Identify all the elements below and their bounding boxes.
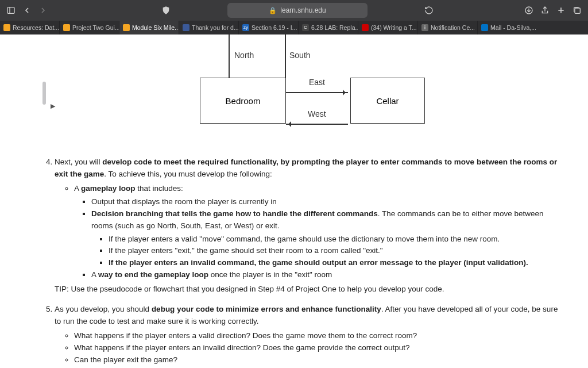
reload-icon[interactable] (423, 4, 435, 17)
bookmark-item[interactable]: iNotification Ce... (418, 21, 478, 34)
svg-rect-0 (7, 7, 14, 14)
shield-icon[interactable] (160, 4, 172, 17)
arrow-east (286, 92, 348, 93)
bookmark-item[interactable]: zySection 6.19 - I... (239, 21, 299, 34)
step-5: As you develop, you should debug your co… (55, 304, 559, 366)
download-icon[interactable] (523, 4, 535, 17)
address-bar[interactable]: 🔒 learn.snhu.edu (227, 3, 368, 18)
url-text: learn.snhu.edu (280, 6, 326, 14)
forward-icon[interactable] (37, 4, 49, 17)
browser-toolbar: 🔒 learn.snhu.edu (0, 0, 588, 21)
room-cellar: Cellar (350, 78, 425, 124)
dir-label-east: East (309, 78, 325, 87)
dir-label-north: North (234, 51, 254, 60)
dir-label-south: South (289, 51, 311, 60)
share-icon[interactable] (539, 4, 551, 17)
sidebar-toggle-icon[interactable] (5, 4, 17, 17)
back-icon[interactable] (21, 4, 33, 17)
bookmarks-bar: Resources: Dat... Project Two Gui... Mod… (0, 21, 588, 34)
step-4: Next, you will develop code to meet the … (55, 156, 559, 296)
dir-label-west: West (308, 109, 326, 118)
bookmark-item-active[interactable]: Module Six Mile... (119, 21, 179, 34)
scrollbar-thumb[interactable] (42, 82, 46, 105)
svg-rect-6 (575, 8, 580, 13)
bookmark-item[interactable]: (34) Writing a T... (358, 21, 418, 34)
instruction-text: Next, you will develop code to meet the … (17, 150, 571, 368)
tabs-icon[interactable] (571, 4, 583, 17)
bookmark-item[interactable]: Thank you for d... (179, 21, 239, 34)
new-tab-icon[interactable] (555, 4, 567, 17)
arrow-west (286, 124, 348, 125)
page-content: ▶ North South Bedroom Cellar East West N… (0, 34, 588, 368)
lock-icon: 🔒 (269, 7, 277, 14)
room-diagram: North South Bedroom Cellar East West (161, 34, 571, 150)
bookmark-item[interactable]: Mail - Da-Silva,... (478, 21, 537, 34)
expand-chevron-icon[interactable]: ▶ (51, 102, 55, 110)
bookmark-item[interactable]: Project Two Gui... (60, 21, 119, 34)
bookmark-item[interactable]: C6.28 LAB: Repla... (299, 21, 358, 34)
bookmark-item[interactable]: Resources: Dat... (0, 21, 60, 34)
room-bedroom: Bedroom (200, 78, 286, 124)
